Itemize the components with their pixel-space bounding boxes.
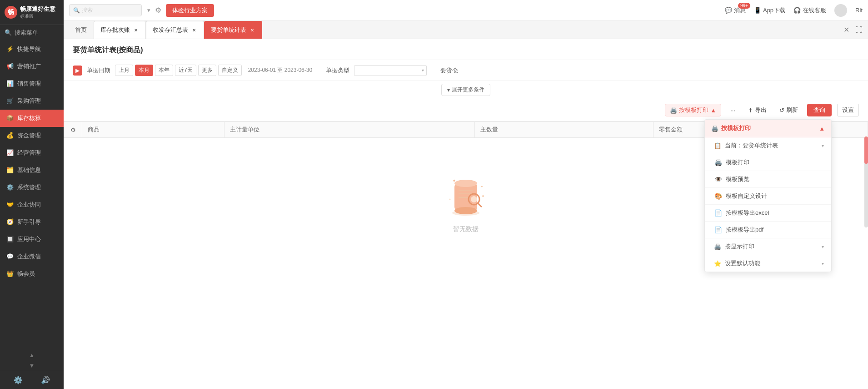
sidebar-item-label: 快捷导航: [17, 45, 41, 53]
dropdown-export-pdf[interactable]: 📄 按模板导出pdf: [705, 222, 831, 238]
current-year-button[interactable]: 本年: [155, 65, 173, 76]
scrollbar-thumb[interactable]: [864, 136, 868, 164]
footer-settings-icon[interactable]: ⚙️: [14, 376, 23, 384]
right-scrollbar[interactable]: [864, 136, 868, 227]
message-icon: 💬: [725, 7, 732, 14]
expand-more-icon: ▾: [447, 87, 450, 93]
sidebar-item-marketing[interactable]: 📢 营销推广: [0, 58, 64, 75]
tab-close-receipt-summary[interactable]: ✕: [191, 27, 197, 33]
sidebar-item-quick-nav[interactable]: ⚡ 快捷导航: [0, 40, 64, 58]
app-download-button[interactable]: 📱 App下载: [754, 6, 785, 15]
message-button[interactable]: 💬 消息 99+: [725, 6, 746, 15]
export-button[interactable]: ⬆ 导出: [744, 104, 770, 116]
order-type-select[interactable]: [354, 65, 427, 76]
filter-expand-button[interactable]: ▶: [73, 66, 82, 76]
sidebar-item-inventory[interactable]: 📦 库存核算: [0, 110, 64, 127]
tab-receipt-summary[interactable]: 收发存汇总表 ✕: [146, 21, 204, 39]
recent-7-button[interactable]: 近7天: [175, 65, 196, 76]
tab-batch-account[interactable]: 库存批次账 ✕: [94, 21, 146, 39]
sidebar-item-enterprise[interactable]: 🤝 企业协同: [0, 196, 64, 213]
tab-home[interactable]: 首页: [68, 21, 94, 39]
set-default-icon: ⭐: [714, 260, 721, 267]
expand-more-button[interactable]: ▾ 展开更多条件: [441, 84, 490, 96]
sidebar-item-label: 畅会员: [17, 270, 35, 278]
svg-line-9: [478, 203, 481, 207]
sidebar-item-label: 资金管理: [17, 131, 41, 140]
member-icon: 👑: [6, 270, 14, 278]
print-chevron-up-icon: ▲: [710, 107, 716, 114]
dropdown-template-preview[interactable]: 👁️ 模板预览: [705, 171, 831, 188]
settings-button[interactable]: 设置: [837, 104, 859, 116]
footer-sound-icon[interactable]: 🔊: [41, 376, 50, 384]
refresh-button[interactable]: ↺ 刷新: [776, 104, 802, 116]
sidebar-item-basic-info[interactable]: 🗂️ 基础信息: [0, 162, 64, 179]
dropdown-collapse-icon[interactable]: ▲: [819, 125, 825, 132]
current-month-button[interactable]: 本月: [135, 65, 153, 76]
sidebar-item-label: 营销推广: [17, 62, 41, 71]
template-preview-icon: 👁️: [714, 176, 722, 183]
svg-text:✦: ✦: [480, 185, 484, 189]
dropdown-template-print[interactable]: 🖨️ 模板打印: [705, 154, 831, 171]
dropdown-display-print[interactable]: 🖨️ 按显示打印 ▾: [705, 238, 831, 255]
enterprise-icon: 🤝: [6, 201, 14, 208]
order-stats-tab-label: 要货单统计表: [211, 26, 246, 34]
window-close-icon[interactable]: ✕: [842, 25, 851, 35]
sidebar-item-label: 新手引导: [17, 218, 41, 226]
sidebar-item-member[interactable]: 👑 畅会员: [0, 265, 64, 283]
expand-more-label: 展开更多条件: [452, 86, 484, 94]
sidebar-item-system[interactable]: ⚙️ 系统管理: [0, 179, 64, 196]
purchase-icon: 🛒: [6, 97, 14, 105]
window-controls: ✕ ⛶: [842, 21, 863, 39]
sidebar-scroll-up[interactable]: ▲: [0, 350, 64, 360]
batch-account-tab-label: 库存批次账: [100, 26, 130, 34]
table-header-settings[interactable]: ⚙: [64, 122, 82, 138]
sidebar-item-purchase[interactable]: 🛒 采购管理: [0, 92, 64, 110]
sidebar-item-label: 系统管理: [17, 183, 41, 192]
sidebar-item-guide[interactable]: 🧭 新手引导: [0, 213, 64, 231]
table-gear-icon[interactable]: ⚙: [70, 126, 76, 133]
prev-month-button[interactable]: 上月: [115, 65, 133, 76]
tab-order-stats[interactable]: 要货单统计表 ✕: [204, 21, 262, 39]
dropdown-header[interactable]: 🖨️ 按模板打印 ▲: [705, 120, 831, 137]
tab-close-batch-account[interactable]: ✕: [133, 27, 139, 33]
sidebar-scroll-down[interactable]: ▼: [0, 360, 64, 371]
basic-info-icon: 🗂️: [6, 167, 14, 174]
topbar-gear-icon[interactable]: ⚙: [155, 6, 161, 15]
topbar-dropdown-chevron[interactable]: ▾: [147, 7, 150, 14]
sidebar-search[interactable]: 🔍 搜索菜单: [0, 25, 64, 40]
more-options-button[interactable]: ···: [727, 105, 739, 116]
online-service-button[interactable]: 🎧 在线客服: [793, 6, 826, 15]
user-name[interactable]: Rit: [855, 7, 863, 14]
sidebar-item-operations[interactable]: 📈 经营管理: [0, 144, 64, 162]
wechat-icon: 💬: [6, 253, 14, 260]
main-area: 🔍 搜索 ▾ ⚙ 体验行业方案 💬 消息 99+ 📱 App下载 🎧 在线客服 …: [64, 0, 868, 389]
search-icon: 🔍: [5, 29, 12, 36]
svg-point-12: [482, 195, 484, 197]
sales-icon: 📊: [6, 80, 14, 87]
svg-point-3: [454, 207, 477, 214]
topbar-search-box[interactable]: 🔍 搜索: [69, 4, 142, 16]
dropdown-current-template[interactable]: 📋 当前：要货单统计表 ▾: [705, 137, 831, 154]
sidebar-item-finance[interactable]: 💰 资金管理: [0, 127, 64, 144]
sidebar-item-wechat[interactable]: 💬 企业微信: [0, 248, 64, 265]
dropdown-export-excel[interactable]: 📄 按模板导出excel: [705, 205, 831, 222]
user-avatar[interactable]: [834, 4, 847, 17]
window-maximize-icon[interactable]: ⛶: [854, 25, 863, 35]
print-icon: 🖨️: [670, 107, 677, 114]
custom-date-button[interactable]: 自定义: [218, 65, 242, 76]
display-print-arrow: ▾: [822, 244, 824, 249]
dropdown-template-design[interactable]: 🎨 模板自定义设计: [705, 188, 831, 205]
message-badge: 99+: [738, 3, 750, 9]
industry-solution-button[interactable]: 体验行业方案: [166, 4, 214, 17]
more-date-button[interactable]: 更多: [198, 65, 216, 76]
page-header: 要货单统计表(按商品): [64, 39, 868, 60]
sidebar-item-sales[interactable]: 📊 销售管理: [0, 75, 64, 92]
dropdown-set-default[interactable]: ⭐ 设置默认功能 ▾: [705, 255, 831, 272]
more-filters-row: ▾ 展开更多条件: [64, 81, 868, 99]
print-dropdown-button[interactable]: 🖨️ 按模板打印 ▲: [665, 104, 721, 116]
tab-close-order-stats[interactable]: ✕: [249, 27, 255, 33]
receipt-summary-tab-label: 收发存汇总表: [153, 26, 188, 34]
sidebar-footer: ⚙️ 🔊: [0, 371, 64, 389]
query-button[interactable]: 查询: [807, 104, 832, 116]
sidebar-item-app-center[interactable]: 🔲 应用中心: [0, 231, 64, 248]
